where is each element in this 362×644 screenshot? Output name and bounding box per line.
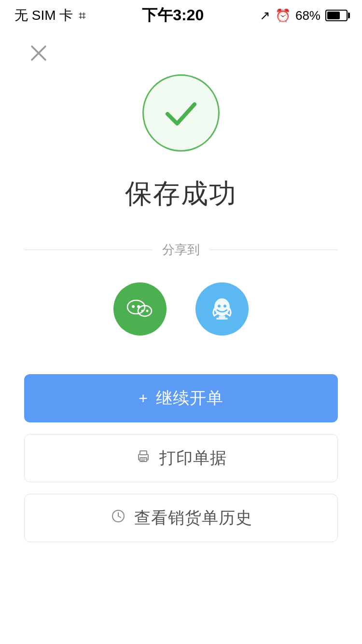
- close-button[interactable]: [24, 39, 53, 68]
- success-title: 保存成功: [125, 176, 237, 212]
- svg-rect-12: [216, 318, 228, 320]
- svg-point-7: [146, 310, 149, 312]
- qq-icon: [208, 294, 237, 323]
- status-bar: 无 SIM 卡 ⌗ 下午3:20 ↗ ⏰ 68%: [0, 0, 362, 31]
- history-label: 查看销货单历史: [134, 507, 252, 529]
- print-label: 打印单据: [159, 447, 227, 469]
- history-button[interactable]: 查看销货单历史: [24, 494, 338, 542]
- svg-rect-15: [140, 458, 147, 462]
- svg-point-6: [141, 310, 144, 312]
- status-time: 下午3:20: [142, 5, 204, 26]
- share-label: 分享到: [162, 241, 200, 258]
- share-divider: 分享到: [24, 241, 338, 258]
- svg-point-10: [223, 305, 226, 308]
- divider-line-right: [209, 250, 338, 250]
- close-icon: [30, 44, 47, 62]
- battery-icon: [325, 10, 348, 21]
- svg-point-3: [132, 305, 135, 308]
- success-circle: [142, 74, 220, 152]
- divider-line-left: [24, 250, 153, 250]
- wechat-share-button[interactable]: [113, 282, 167, 336]
- print-icon: [135, 448, 152, 468]
- checkmark-icon: [162, 94, 200, 132]
- status-left: 无 SIM 卡 ⌗: [14, 6, 86, 25]
- svg-point-8: [214, 298, 230, 316]
- continue-button[interactable]: + 继续开单: [24, 374, 338, 422]
- plus-icon: +: [139, 390, 148, 407]
- alarm-icon: ⏰: [275, 8, 291, 23]
- print-button[interactable]: 打印单据: [24, 434, 338, 482]
- svg-point-9: [218, 305, 221, 308]
- main-content: 保存成功 分享到: [0, 31, 362, 542]
- status-right: ↗ ⏰ 68%: [260, 8, 348, 23]
- carrier-text: 无 SIM 卡: [14, 6, 73, 25]
- history-icon: [110, 508, 126, 528]
- share-icons: [113, 282, 249, 336]
- svg-rect-14: [140, 451, 147, 455]
- qq-share-button[interactable]: [195, 282, 249, 336]
- action-buttons: + 继续开单 打印单据: [24, 374, 338, 542]
- wechat-icon: [125, 294, 155, 324]
- location-icon: ↗: [260, 8, 270, 23]
- continue-label: 继续开单: [156, 387, 223, 409]
- wifi-icon: ⌗: [79, 8, 86, 23]
- battery-text: 68%: [295, 8, 320, 23]
